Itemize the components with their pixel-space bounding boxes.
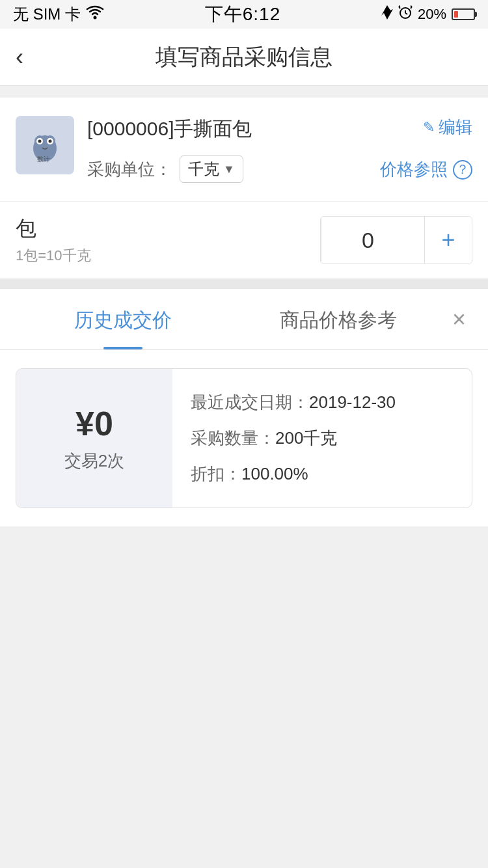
unit-label: 采购单位： — [87, 158, 172, 181]
product-name: [0000006]手撕面包 — [87, 116, 252, 142]
page-title: 填写商品采购信息 — [156, 42, 332, 72]
trade-date-label: 最近成交日期： — [191, 392, 309, 412]
svg-text:数计: 数计 — [37, 156, 50, 163]
unit-selector[interactable]: 千克 ▼ — [180, 156, 243, 183]
edit-icon: ✎ — [423, 119, 435, 136]
trade-discount-row: 折扣：100.00% — [191, 461, 454, 487]
divider-strip — [0, 278, 488, 289]
quantity-control: + — [320, 216, 472, 264]
product-card: 数计 [0000006]手撕面包 采购单位： 千克 ▼ ✎ 编辑 — [0, 98, 488, 201]
trade-date-row: 最近成交日期：2019-12-30 — [191, 390, 454, 415]
trade-price: ¥0 — [75, 404, 113, 443]
tabs-section: 历史成交价 商品价格参考 × ¥0 交易2次 最近成交日期：2019-12-30… — [0, 289, 488, 526]
tab-history-price[interactable]: 历史成交价 — [16, 289, 230, 349]
status-right: 20% — [381, 5, 475, 23]
quantity-label: 包 1包=10千克 — [16, 215, 91, 265]
trade-qty-label: 采购数量： — [191, 428, 275, 448]
alarm-icon — [398, 5, 413, 23]
quantity-conversion: 1包=10千克 — [16, 246, 91, 265]
product-info: [0000006]手撕面包 采购单位： 千克 ▼ — [87, 116, 252, 183]
trade-count: 交易2次 — [64, 450, 124, 472]
main-content — [0, 526, 488, 868]
edit-button[interactable]: ✎ 编辑 — [423, 116, 472, 139]
svg-point-10 — [49, 140, 52, 143]
price-value: 0 — [94, 405, 113, 442]
tabs-header: 历史成交价 商品价格参考 × — [0, 289, 488, 350]
svg-point-9 — [38, 140, 42, 143]
wifi-icon — [86, 5, 104, 23]
svg-line-3 — [405, 13, 407, 14]
currency-symbol: ¥ — [75, 405, 94, 442]
nav-bar: ‹ 填写商品采购信息 — [0, 29, 488, 86]
tab-price-reference[interactable]: 商品价格参考 — [230, 289, 445, 349]
quantity-plus-button[interactable]: + — [425, 217, 472, 264]
status-left: 无 SIM 卡 — [13, 4, 104, 25]
trade-list: ¥0 交易2次 最近成交日期：2019-12-30 采购数量：200千克 折扣：… — [0, 350, 488, 526]
trade-date-value: 2019-12-30 — [309, 392, 396, 412]
tab-close-button[interactable]: × — [446, 299, 472, 340]
quantity-section: 包 1包=10千克 + — [0, 201, 488, 278]
trade-card-right: 最近成交日期：2019-12-30 采购数量：200千克 折扣：100.00% — [172, 369, 472, 508]
price-ref-label: 价格参照 — [380, 158, 448, 181]
product-logo: 数计 — [25, 126, 64, 165]
trade-card: ¥0 交易2次 最近成交日期：2019-12-30 采购数量：200千克 折扣：… — [16, 368, 472, 508]
status-time: 下午6:12 — [205, 2, 281, 27]
product-actions: ✎ 编辑 价格参照 ？ — [380, 116, 472, 181]
product-left: 数计 [0000006]手撕面包 采购单位： 千克 ▼ — [16, 116, 252, 183]
battery-pct-text: 20% — [418, 6, 446, 23]
dropdown-arrow-icon: ▼ — [223, 163, 235, 176]
status-bar: 无 SIM 卡 下午6:12 20 — [0, 0, 488, 29]
battery-icon — [452, 8, 475, 20]
quantity-input[interactable] — [321, 217, 425, 264]
carrier-text: 无 SIM 卡 — [13, 4, 81, 25]
trade-card-left: ¥0 交易2次 — [16, 369, 172, 508]
location-icon — [381, 5, 393, 23]
trade-qty-row: 采购数量：200千克 — [191, 426, 454, 451]
product-header: 数计 [0000006]手撕面包 采购单位： 千克 ▼ ✎ 编辑 — [16, 116, 472, 183]
price-ref-button[interactable]: 价格参照 ？ — [380, 158, 472, 181]
back-button[interactable]: ‹ — [9, 37, 30, 77]
unit-row: 采购单位： 千克 ▼ — [87, 156, 252, 183]
info-icon: ？ — [453, 160, 472, 180]
trade-discount-value: 100.00% — [241, 464, 308, 483]
unit-value: 千克 — [188, 159, 219, 180]
trade-qty-value: 200千克 — [275, 428, 337, 448]
quantity-unit: 包 — [16, 215, 91, 243]
svg-point-0 — [94, 16, 97, 20]
product-image: 数计 — [16, 116, 74, 174]
trade-discount-label: 折扣： — [191, 464, 241, 483]
edit-label: 编辑 — [439, 116, 472, 139]
